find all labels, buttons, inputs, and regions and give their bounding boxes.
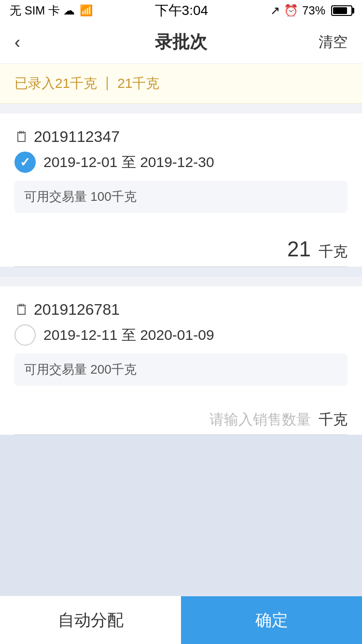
no-sim-text: 无 SIM 卡 ☁: [10, 3, 75, 18]
battery-icon: [331, 5, 352, 16]
clear-button[interactable]: 清空: [319, 32, 348, 52]
recorded-label: 已录入21千克: [14, 74, 97, 93]
batch1-header: 🗒 2019112347: [14, 128, 348, 146]
status-right: ↗ ⏰ 73%: [270, 4, 352, 17]
status-bar: 无 SIM 卡 ☁ 📶 下午3:04 ↗ ⏰ 73%: [0, 0, 362, 21]
batch2-available: 可用交易量 200千克: [14, 353, 348, 386]
batch2-input-unit: 千克: [319, 410, 348, 430]
battery-percent: 73%: [302, 4, 325, 17]
batch1-date: 2019-12-01 至 2019-12-30: [43, 153, 214, 172]
batch2-input-row: 请输入销售数量 千克: [0, 400, 362, 434]
batch-item-1: 🗒 2019112347 ✓ 2019-12-01 至 2019-12-30 可…: [0, 113, 362, 227]
bottom-bar: 自动分配 确定: [0, 596, 362, 644]
info-banner: 已录入21千克 21千克: [0, 64, 362, 104]
batch-item-2: 🗒 2019126781 2019-12-11 至 2020-01-09 可用交…: [0, 286, 362, 400]
auto-distribute-button[interactable]: 自动分配: [0, 596, 181, 644]
wifi-icon: 📶: [80, 4, 93, 17]
batch1-date-row: ✓ 2019-12-01 至 2019-12-30: [14, 152, 348, 173]
batch2-id: 2019126781: [34, 301, 120, 319]
batch1-icon: 🗒: [14, 129, 29, 145]
batch1-checkbox[interactable]: ✓: [14, 152, 36, 173]
status-left: 无 SIM 卡 ☁ 📶: [10, 3, 93, 18]
batch2-date-row: 2019-12-11 至 2020-01-09: [14, 324, 348, 346]
batch1-amount-row: 21 千克: [0, 227, 362, 266]
nav-bar: ‹ 录批次 清空: [0, 21, 362, 64]
page-title: 录批次: [155, 30, 207, 54]
recorded-value: 21千克: [117, 74, 159, 93]
confirm-button[interactable]: 确定: [181, 596, 362, 644]
batch2-checkbox[interactable]: [14, 324, 36, 346]
location-icon: ↗: [270, 4, 280, 17]
status-time: 下午3:04: [155, 1, 209, 20]
section-divider: [0, 267, 362, 277]
alarm-icon: ⏰: [284, 4, 298, 17]
batch2-header: 🗒 2019126781: [14, 301, 348, 319]
back-button[interactable]: ‹: [14, 32, 43, 53]
batch2-date: 2019-12-11 至 2020-01-09: [43, 325, 214, 345]
batch1-amount-value: 21: [287, 237, 311, 261]
batch1-amount-unit: 千克: [319, 242, 348, 262]
info-divider: [107, 77, 108, 90]
batch2-icon: 🗒: [14, 302, 29, 318]
batch1-available: 可用交易量 100千克: [14, 181, 348, 213]
batch1-id: 2019112347: [34, 128, 120, 146]
checkmark-icon: ✓: [20, 155, 30, 170]
batch2-input-placeholder: 请输入销售数量: [209, 410, 311, 430]
